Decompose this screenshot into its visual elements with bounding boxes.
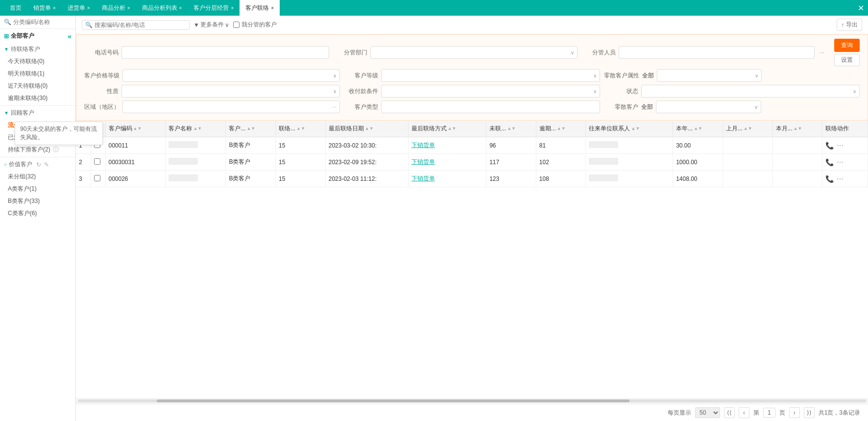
last-method-link[interactable]: 下销货单: [411, 175, 435, 182]
first-page-btn[interactable]: ⟨⟨: [724, 407, 735, 418]
review-group[interactable]: ▼ 回顾客户: [0, 107, 75, 119]
tab-customer-tier[interactable]: 客户分层经营 ×: [188, 0, 240, 16]
blurred-liaison: [589, 141, 618, 148]
sidebar-search-input[interactable]: [13, 19, 72, 25]
home-tab[interactable]: 首页: [4, 0, 27, 16]
sidebar-item-a-class[interactable]: A类客户(1): [0, 183, 75, 195]
type-label: 客户类型: [344, 103, 378, 111]
close-icon[interactable]: ×: [87, 5, 90, 11]
sort-icon[interactable]: ▲▼: [507, 126, 516, 131]
sidebar-item-tomorrow[interactable]: 明天待联络(1): [0, 68, 75, 80]
sort-icon[interactable]: ▲▼: [557, 126, 566, 131]
horizontal-scrollbar[interactable]: [76, 398, 868, 404]
info-icon2: ⓘ: [53, 146, 59, 153]
all-customers-title[interactable]: ⊞ 全部客户 «: [0, 29, 75, 43]
level-select[interactable]: ∨: [381, 69, 600, 82]
sort-icon[interactable]: ▲▼: [365, 126, 374, 131]
th-liaison-label: 往来单位联系人: [589, 124, 630, 133]
tab-sales[interactable]: 销货单 ×: [27, 0, 62, 16]
more-action-icon[interactable]: ⋯: [837, 142, 844, 149]
status-select[interactable]: ∨: [641, 85, 860, 98]
row-index: 3: [76, 171, 91, 187]
close-icon[interactable]: ×: [231, 5, 234, 11]
sort-icon[interactable]: ▲▼: [448, 126, 457, 131]
sidebar-item-overdue[interactable]: 逾期未联络(30): [0, 92, 75, 104]
close-icon[interactable]: ×: [271, 5, 274, 11]
price-level-select[interactable]: ∨: [122, 69, 340, 82]
close-icon[interactable]: ×: [127, 5, 130, 11]
my-customers-checkbox[interactable]: 我分管的客户: [233, 21, 277, 29]
sidebar-item-today[interactable]: 今天待联络(0): [0, 55, 75, 68]
window-close-button[interactable]: ✕: [858, 3, 864, 13]
blurred-liaison: [589, 158, 618, 165]
sort-icon[interactable]: ▲▼: [296, 126, 305, 131]
contact-icon[interactable]: 📞: [825, 175, 834, 183]
filter-gender: 性质 ∨: [84, 85, 340, 98]
area-label: 区域（地区）: [84, 103, 120, 111]
last-method-link[interactable]: 下销货单: [411, 142, 435, 149]
contact-icon[interactable]: 📞: [825, 158, 834, 166]
per-page-select[interactable]: 50 100: [695, 407, 720, 418]
collapse-icon[interactable]: «: [68, 32, 72, 40]
row-liaison: [586, 154, 673, 171]
type-select[interactable]: [381, 100, 600, 113]
table-row: 3 000026 B类客户 15 2023-02-03 11:12: 下销货单 …: [76, 171, 868, 187]
settings-button[interactable]: 设置: [834, 54, 860, 66]
sort-icon[interactable]: ▲▼: [794, 126, 802, 131]
row-select-checkbox[interactable]: [94, 175, 100, 181]
gender-select[interactable]: ∨: [121, 85, 340, 98]
dept-select[interactable]: ∨: [370, 46, 578, 59]
more-conditions-btn[interactable]: ▼ 更多条件 ∨: [193, 21, 229, 29]
more-action-icon[interactable]: ⋯: [837, 175, 844, 183]
sidebar-item-7days[interactable]: 近7天待联络(0): [0, 80, 75, 92]
pending-contact-group[interactable]: ▼ 待联络客户: [0, 43, 75, 55]
query-button[interactable]: 查询: [834, 39, 860, 52]
sort-icon[interactable]: ▲▼: [694, 126, 702, 131]
sidebar-item-declining[interactable]: 持续下滑客户(2) ⓘ: [0, 144, 75, 156]
prev-page-btn[interactable]: ‹: [739, 407, 749, 418]
scroll-thumb[interactable]: [157, 399, 629, 402]
more-icon[interactable]: ···: [818, 48, 826, 57]
export-button[interactable]: ↑ 导出: [837, 19, 862, 31]
row-select-checkbox[interactable]: [94, 158, 100, 165]
filter-row-1: 电话号码 分管部门 ∨ 分管人员 ···: [84, 39, 860, 66]
close-icon[interactable]: ×: [179, 5, 182, 11]
th-overdue: 逾期... ▲▼: [536, 121, 586, 137]
tab-analysis-list[interactable]: 商品分析列表 ×: [136, 0, 188, 16]
last-page-btn[interactable]: ⟩⟩: [804, 407, 815, 418]
payment-select[interactable]: ∨: [381, 85, 600, 98]
sort-icon[interactable]: ▲▼: [631, 126, 640, 131]
next-page-btn[interactable]: ›: [789, 407, 800, 418]
edit-icon[interactable]: ✎: [44, 161, 49, 168]
person-select[interactable]: [619, 46, 815, 59]
value-group[interactable]: ○ 价值客户 ↻ ✎: [0, 158, 75, 171]
sidebar-item-c-class[interactable]: C类客户(6): [0, 207, 75, 220]
more-action-icon[interactable]: ⋯: [837, 158, 844, 166]
chevron-down-icon: ∨: [755, 73, 758, 78]
zero-select[interactable]: ∨: [656, 100, 761, 113]
contact-icon[interactable]: 📞: [825, 142, 834, 149]
th-last-method: 最后联络方式 ▲▼: [408, 121, 486, 137]
sort-icon[interactable]: ▲▼: [744, 126, 752, 131]
sort-icon[interactable]: ▲▼: [246, 126, 255, 131]
phone-input[interactable]: [121, 46, 329, 59]
close-icon[interactable]: ×: [53, 5, 56, 11]
area-select[interactable]: ···: [122, 100, 340, 113]
last-method-link[interactable]: 下销货单: [411, 158, 435, 165]
zero-attr-select[interactable]: ∨: [657, 69, 762, 82]
tab-customer-contact[interactable]: 客户联络 ×: [240, 0, 280, 16]
tab-analysis[interactable]: 商品分析 ×: [96, 0, 136, 16]
my-customers-check[interactable]: [233, 22, 240, 28]
row-last-method: 下销货单: [408, 154, 486, 171]
refresh-icon[interactable]: ↻: [36, 161, 41, 168]
sidebar-item-ungroup[interactable]: 未分组(32): [0, 171, 75, 183]
sort-icon[interactable]: ▲▼: [133, 126, 142, 131]
phone-label: 电话号码: [84, 49, 119, 57]
row-this-month: [772, 154, 822, 171]
sort-icon[interactable]: ▲▼: [193, 126, 202, 131]
sidebar-item-b-class[interactable]: B类客户(33): [0, 195, 75, 207]
search-input[interactable]: [95, 22, 186, 28]
tab-purchase[interactable]: 进货单 ×: [62, 0, 96, 16]
tab-purchase-label: 进货单: [68, 4, 85, 12]
row-code: 00030031: [105, 154, 166, 171]
